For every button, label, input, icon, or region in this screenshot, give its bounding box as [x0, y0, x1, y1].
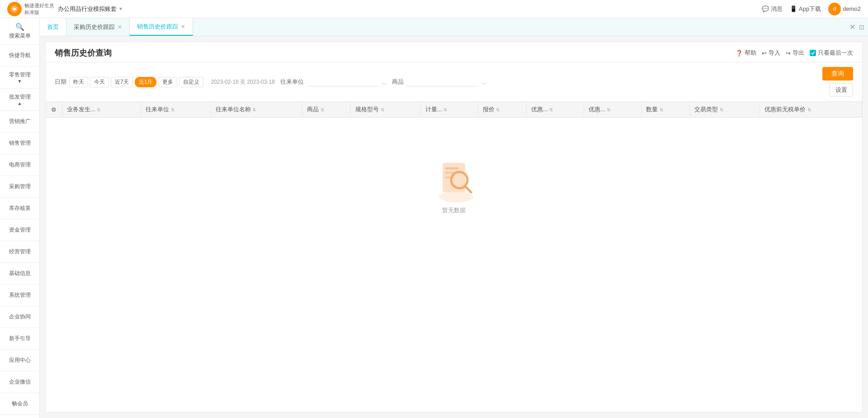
goods-picker-icon[interactable]: ... [481, 79, 486, 86]
sidebar-item-system[interactable]: 系统管理 [0, 285, 39, 306]
date-btn-7days[interactable]: 近7天 [111, 77, 133, 87]
inner-card: 销售历史价查询 ❓ 帮助 ↩ 导入 ↪ 导出 [45, 42, 863, 413]
sidebar-enterprise-label: 企业协同 [9, 313, 31, 321]
sidebar-item-retail[interactable]: 零售管理 ▼ [0, 66, 39, 89]
sidebar-item-apps[interactable]: 应用中心 [0, 350, 39, 371]
th-unit[interactable]: 计量... ⇅ [420, 102, 478, 118]
empty-state: 暂无数据 [46, 118, 862, 251]
sidebar-item-label: 搜索菜单 [9, 32, 31, 40]
sidebar-basics-label: 基础信息 [9, 270, 31, 277]
chevron-down-icon: ▼ [18, 79, 22, 84]
sidebar-item-inventory[interactable]: 库存核算 [0, 198, 39, 219]
app-selector[interactable]: 办公用品行业模拟账套 ▼ [58, 5, 123, 13]
help-icon: ❓ [736, 50, 743, 57]
th-biz-date[interactable]: 业务发生... ⇅ [62, 102, 141, 118]
show-last-checkbox[interactable]: 只看最后一次 [810, 49, 853, 57]
th-partner-code[interactable]: 往来单位 ⇅ [141, 102, 211, 118]
tab-home-label: 首页 [47, 23, 59, 31]
date-btn-more[interactable]: 更多 [158, 77, 177, 87]
message-icon: 💬 [762, 5, 769, 12]
logo-area: 畅捷通好生意 标准版 [7, 2, 54, 16]
th-partner-name[interactable]: 往来单位名称 ⇅ [211, 102, 302, 118]
search-icon: 🔍 [15, 23, 24, 31]
sidebar-purchase-label: 采购管理 [9, 183, 31, 190]
empty-text: 暂无数据 [442, 206, 466, 214]
sidebar-item-shortcut[interactable]: 快捷导航 [0, 45, 39, 66]
export-button[interactable]: ↪ 导出 [786, 49, 804, 57]
partner-filter-label: 往来单位 [280, 78, 304, 86]
tab-purchase-history[interactable]: 采购历史价跟踪 ✕ [66, 18, 130, 36]
sidebar-item-wholesale[interactable]: 批发管理 ▲ [0, 89, 39, 111]
th-quantity[interactable]: 数量 ⇅ [642, 102, 690, 118]
export-icon: ↪ [786, 50, 791, 57]
sort-icon: ⇅ [660, 107, 663, 112]
th-trade-type[interactable]: 交易类型 ⇅ [690, 102, 760, 118]
tab-sales-history[interactable]: 销售历史价跟踪 ✕ [130, 18, 193, 36]
date-btn-yesterday[interactable]: 昨天 [69, 77, 88, 87]
sort-icon: ⇅ [97, 107, 100, 112]
gear-icon: ⚙ [51, 106, 57, 113]
sidebar-apps-label: 应用中心 [9, 356, 31, 364]
page-actions: ❓ 帮助 ↩ 导入 ↪ 导出 [736, 49, 853, 57]
tab-sales-label: 销售历史价跟踪 [137, 23, 178, 31]
filter-bar: 日期 昨天 今天 近7天 近1月 更多 自定义 2023-02-18 至 202… [46, 62, 862, 102]
chevron-down-icon: ▼ [118, 6, 123, 11]
page-title: 销售历史价查询 [55, 48, 112, 58]
th-pretax-price[interactable]: 优惠前无税单价 ⇅ [760, 102, 862, 118]
tab-controls: ✕ ⊡ [846, 18, 868, 36]
settings-button[interactable]: 设置 [830, 83, 853, 97]
th-gear[interactable]: ⚙ [46, 102, 62, 118]
goods-filter-group: 商品 ... [392, 77, 486, 86]
tab-home[interactable]: 首页 [40, 18, 66, 36]
date-btn-today[interactable]: 今天 [90, 77, 109, 87]
sidebar-item-purchase[interactable]: 采购管理 [0, 176, 39, 198]
date-btn-custom[interactable]: 自定义 [179, 77, 203, 87]
filter-action-area: 查询 设置 [822, 67, 853, 97]
tab-maximize-icon[interactable]: ⊡ [859, 24, 864, 31]
sidebar-retail-label: 零售管理 [9, 71, 31, 79]
message-button[interactable]: 💬 消息 [762, 5, 783, 13]
date-buttons: 昨天 今天 近7天 近1月 更多 自定义 [69, 77, 203, 87]
top-bar-right: 💬 消息 📱 App下载 d demo2 [762, 3, 861, 15]
app-name: 办公用品行业模拟账套 [58, 5, 117, 13]
sidebar-item-finance[interactable]: 资金管理 [0, 219, 39, 241]
sidebar-item-enterprise[interactable]: 企业协同 [0, 306, 39, 328]
sidebar-wholesale-label: 批发管理 [9, 93, 31, 101]
chevron-up-icon: ▲ [18, 101, 22, 106]
th-spec[interactable]: 规格型号 ⇅ [351, 102, 421, 118]
th-discount1[interactable]: 优惠... ⇅ [527, 102, 584, 118]
sidebar-item-vip[interactable]: 畅会员 [0, 393, 39, 415]
checkbox-icon [810, 50, 816, 56]
sidebar-wechat-label: 企业微信 [9, 378, 31, 386]
tab-sales-close-icon[interactable]: ✕ [181, 24, 185, 30]
goods-input[interactable] [406, 77, 479, 86]
sidebar-item-operations[interactable]: 经营管理 [0, 241, 39, 263]
top-bar: 畅捷通好生意 标准版 办公用品行业模拟账套 ▼ 💬 消息 📱 App下载 d d… [0, 0, 868, 18]
sidebar-item-ecommerce[interactable]: 电商管理 [0, 154, 39, 176]
date-btn-1month[interactable]: 近1月 [135, 77, 157, 87]
tab-close-all-icon[interactable]: ✕ [849, 23, 855, 31]
svg-rect-3 [445, 167, 458, 169]
partner-input[interactable] [307, 77, 379, 86]
sidebar-item-marketing[interactable]: 营销推广 [0, 111, 39, 133]
sidebar-item-sales[interactable]: 销售管理 [0, 133, 39, 154]
sidebar-item-basics[interactable]: 基础信息 [0, 263, 39, 285]
user-menu[interactable]: d demo2 [828, 3, 861, 15]
tab-purchase-close-icon[interactable]: ✕ [118, 24, 122, 30]
sort-icon: ⇅ [252, 107, 256, 112]
download-button[interactable]: 📱 App下载 [790, 5, 821, 13]
th-price[interactable]: 报价 ⇅ [478, 102, 526, 118]
import-button[interactable]: ↩ 导入 [762, 49, 780, 57]
query-button[interactable]: 查询 [822, 67, 853, 81]
sidebar-ecommerce-label: 电商管理 [9, 161, 31, 169]
sidebar-item-newbie[interactable]: 新手引导 [0, 328, 39, 350]
th-discount2[interactable]: 优惠... ⇅ [584, 102, 642, 118]
sidebar-item-wechat[interactable]: 企业微信 [0, 371, 39, 393]
help-button[interactable]: ❓ 帮助 [736, 49, 756, 57]
sidebar-shortcut-label: 快捷导航 [9, 52, 31, 59]
goods-filter-label: 商品 [392, 78, 404, 86]
sidebar-item-search[interactable]: 🔍 搜索菜单 [0, 18, 39, 45]
th-goods[interactable]: 商品 ⇅ [302, 102, 350, 118]
partner-picker-icon[interactable]: ... [382, 79, 387, 86]
svg-point-1 [439, 191, 473, 202]
